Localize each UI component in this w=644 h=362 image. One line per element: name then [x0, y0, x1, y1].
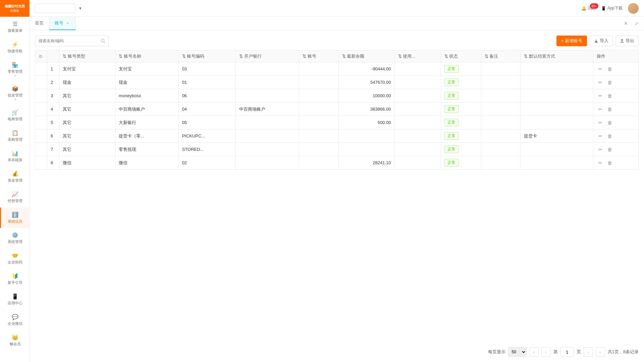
sidebar-item-operations-mgmt[interactable]: 📈经营管理	[0, 187, 29, 207]
col-header-account_code[interactable]: ⇅ 账号编码	[178, 51, 236, 62]
page-size-select[interactable]: 102050100	[508, 347, 527, 357]
row-actions-1: ✏ 🗑	[593, 62, 638, 76]
col-header-latest_balance[interactable]: ⇅ 最新余额	[338, 51, 394, 62]
sidebar-item-finance-mgmt[interactable]: 💰资金管理	[0, 167, 29, 187]
search-input[interactable]	[35, 36, 98, 46]
header-dropdown-btn[interactable]: ▾	[79, 6, 82, 11]
row-status-6: 正常	[441, 129, 481, 143]
page-input[interactable]	[560, 347, 574, 357]
row-latest-balance-4: 383866.00	[338, 103, 394, 116]
tab-account[interactable]: 账号 ×	[49, 17, 76, 30]
edit-btn-2[interactable]: ✏	[597, 79, 604, 86]
delete-btn-4[interactable]: 🗑	[606, 106, 613, 113]
sidebar-item-inventory-calc[interactable]: 📊库存核算	[0, 146, 29, 167]
sidebar-item-newbie-guide[interactable]: 🔰新手引导	[0, 269, 29, 289]
tab-close-btn[interactable]: ✕	[621, 19, 631, 28]
enterprise-agreement-icon: 🤝	[12, 252, 18, 259]
sidebar-item-vip-member[interactable]: 👑畅会员	[0, 330, 29, 351]
row-usage-2	[394, 76, 441, 89]
sidebar-item-label-purchase-mgmt: 采购管理	[8, 137, 22, 142]
row-actions-6: ✏ 🗑	[593, 129, 638, 143]
search-icon	[101, 39, 105, 43]
bell-icon: 🔔	[581, 6, 586, 11]
sidebar-item-enterprise-agreement[interactable]: 🤝企业协同	[0, 248, 29, 269]
row-status-1: 正常	[441, 62, 481, 76]
edit-btn-1[interactable]: ✏	[597, 65, 604, 73]
col-header-account_name[interactable]: ⇅ 账号名称	[115, 51, 178, 62]
sidebar-item-retail-mgmt[interactable]: 🏪零售管理▾	[0, 58, 29, 81]
delete-btn-2[interactable]: 🗑	[606, 79, 613, 86]
tab-expand-btn[interactable]: ⤢	[632, 19, 641, 28]
col-header-opening_bank[interactable]: ⇅ 开户银行	[236, 51, 299, 62]
col-header-status[interactable]: ⇅ 状态	[441, 51, 481, 62]
edit-btn-7[interactable]: ✏	[597, 146, 604, 153]
search-menu-icon: ☰	[13, 21, 17, 27]
main-area: ▾ 🔔 消息 99+ 📱 App下载 首页 账号 × ✕ ⤢	[30, 0, 644, 362]
app-download-button[interactable]: 📱 App下载	[601, 5, 623, 11]
message-button[interactable]: 🔔 消息 99+	[581, 5, 596, 11]
edit-btn-6[interactable]: ✏	[597, 132, 604, 140]
col-header-usage[interactable]: ⇅ 使用...	[394, 51, 441, 62]
last-page-btn[interactable]: »	[596, 347, 605, 357]
delete-btn-3[interactable]: 🗑	[606, 92, 613, 100]
edit-btn-4[interactable]: ✏	[597, 106, 604, 113]
row-notes-3	[481, 89, 520, 103]
row-status-5: 正常	[441, 116, 481, 129]
row-account-type-4: 其它	[59, 103, 115, 116]
sidebar-item-label-ecommerce-mgmt: 电商管理	[8, 117, 22, 122]
row-default-settlement-5	[521, 116, 593, 129]
sidebar-item-search-menu[interactable]: ☰搜索菜单	[0, 17, 29, 37]
delete-btn-8[interactable]: 🗑	[606, 159, 613, 167]
sidebar-item-basic-info[interactable]: ℹ️基础信息	[0, 207, 29, 228]
delete-btn-7[interactable]: 🗑	[606, 146, 613, 153]
row-latest-balance-1: -90444.00	[338, 62, 394, 76]
search-button[interactable]	[98, 36, 108, 46]
tab-account-close[interactable]: ×	[65, 21, 70, 25]
sidebar-logo: 稳赚好时光照 乐惠版	[0, 0, 30, 17]
sidebar-item-app-center[interactable]: 📱应用中心	[0, 289, 29, 310]
sidebar-item-quick-nav[interactable]: ⚡快捷导航	[0, 37, 29, 58]
delete-btn-1[interactable]: 🗑	[606, 65, 613, 73]
row-status-2: 正常	[441, 76, 481, 89]
tab-account-label: 账号	[55, 20, 63, 26]
sidebar-item-system-mgmt[interactable]: ⚙️系统管理	[0, 228, 29, 248]
chevron-icon-wholesale-mgmt: ▾	[14, 98, 16, 101]
top-search-input[interactable]	[35, 4, 75, 13]
edit-btn-3[interactable]: ✏	[597, 92, 604, 100]
col-header-account_type[interactable]: ⇅ 账号类型	[59, 51, 115, 62]
sidebar-item-wholesale-mgmt[interactable]: 📦批发管理▾	[0, 81, 29, 105]
sidebar-item-ecommerce-mgmt[interactable]: 🛒电商管理	[0, 105, 29, 126]
col-header-notes[interactable]: ⇅ 备注	[481, 51, 520, 62]
row-index-6: 6	[47, 129, 59, 143]
row-account-type-1: 支付宝	[59, 62, 115, 76]
row-notes-1	[481, 62, 520, 76]
delete-btn-6[interactable]: 🗑	[606, 132, 613, 140]
row-index-8: 8	[47, 156, 59, 170]
prev-page-btn[interactable]: ‹	[541, 347, 551, 357]
status-badge-7: 正常	[444, 145, 459, 153]
import-button[interactable]: 导入	[590, 36, 613, 46]
toolbar-right: + 新增账号 导入 导出	[556, 36, 639, 46]
logo-text: 稳赚好时光照	[5, 4, 25, 9]
edit-btn-8[interactable]: ✏	[597, 159, 604, 167]
first-page-btn[interactable]: «	[529, 347, 539, 357]
sidebar-item-purchase-mgmt[interactable]: 📋采购管理	[0, 126, 29, 146]
delete-btn-5[interactable]: 🗑	[606, 119, 613, 126]
add-account-button[interactable]: + 新增账号	[556, 36, 587, 46]
edit-btn-5[interactable]: ✏	[597, 119, 604, 126]
row-account-code-4: 04	[178, 103, 236, 116]
next-page-btn[interactable]: ›	[584, 347, 593, 357]
row-default-settlement-3	[521, 89, 593, 103]
import-icon	[594, 39, 598, 43]
row-account-type-3: 其它	[59, 89, 115, 103]
export-button[interactable]: 导出	[615, 36, 639, 46]
row-opening-bank-8	[236, 156, 299, 170]
operations-mgmt-icon: 📈	[12, 191, 18, 197]
user-avatar[interactable]	[628, 3, 639, 14]
col-header-default_settlement[interactable]: ⇅ 默认结算方式	[521, 51, 593, 62]
col-header-account_no[interactable]: ⇅ 账号	[299, 51, 338, 62]
tab-home[interactable]: 首页	[30, 17, 49, 30]
sidebar-item-enterprise-wechat[interactable]: 💬企业微信	[0, 310, 29, 330]
settings-gear-icon[interactable]: ⚙	[39, 54, 43, 59]
row-opening-bank-2	[236, 76, 299, 89]
